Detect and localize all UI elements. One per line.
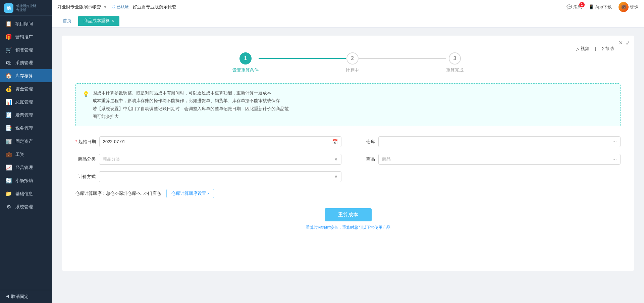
recalc-hint: 重算过程耗时较长，重算时您可以正常使用产品 xyxy=(306,225,390,230)
sidebar-item-label: 固定资产 xyxy=(15,138,33,144)
calendar-icon[interactable]: 📅 xyxy=(332,139,338,144)
close-window-button[interactable]: ✕ xyxy=(619,40,623,46)
verified-label: 已认证 xyxy=(117,4,129,10)
price-method-row: 计价方式 ∨ xyxy=(75,171,341,182)
active-tab-label: 商品成本重算 xyxy=(84,18,110,24)
account-selector[interactable]: 好业财专业版演示帐套 ▼ xyxy=(57,4,107,10)
step-line-1 xyxy=(259,58,346,59)
notice-line3: 若【系统设置】中启用了自动调整记账日期时，会调整入库单的整单记账日期，因此重新计… xyxy=(93,105,289,113)
warehouse-order-row: 仓库计算顺序：总仓->深圳仓库->...->门店仓 仓库计算顺序设置 › xyxy=(75,189,621,198)
sales-icon: 🛒 xyxy=(5,47,12,53)
step-1-circle: 1 xyxy=(239,52,252,64)
goods-select[interactable]: 商品 ··· xyxy=(378,154,621,165)
step-2: 2 计算中 xyxy=(346,52,359,73)
step-3-label: 重算完成 xyxy=(446,67,464,73)
topbar: 好业财专业版演示帐套 ▼ 🛡 已认证 好业财专业版演示帐套 💬 消息 1 📱 A… xyxy=(52,0,644,14)
tab-close-button[interactable]: × xyxy=(112,18,114,23)
sidebar-item-expense[interactable]: 🔄 小畅报销 xyxy=(0,174,52,187)
tab-home[interactable]: 首页 xyxy=(57,16,77,26)
notice-content: 因成本计算参数调整、或是对商品成本有疑问时，可以通过成本重算功能，重新计算一遍成… xyxy=(93,89,289,121)
tax-icon: 📑 xyxy=(5,125,12,131)
warehouse-order-settings-button[interactable]: 仓库计算顺序设置 › xyxy=(166,189,214,198)
tab-recalc[interactable]: 商品成本重算 × xyxy=(78,16,119,26)
start-date-label: 起始日期 xyxy=(75,139,96,145)
content-inner: ✕ ⤢ ▷ 视频 | ? 帮助 1 xyxy=(62,36,634,271)
goods-label: 商品 xyxy=(355,156,375,162)
step-1-label: 设置重算条件 xyxy=(232,67,259,73)
sidebar-item-basic[interactable]: 📁 基础信息 xyxy=(0,187,52,200)
sidebar-item-invoice[interactable]: 🧾 发票管理 xyxy=(0,109,52,122)
sidebar-item-finance[interactable]: 💰 资金管理 xyxy=(0,82,52,95)
sidebar: 畅 畅捷通好业财 专业版 📋 项目顾问 🎁 营销推广 🛒 销售管理 🛍 采购管理… xyxy=(0,0,52,303)
warehouse-order-label: 仓库计算顺序：总仓->深圳仓库->...->门店仓 xyxy=(75,190,161,197)
content-area: ✕ ⤢ ▷ 视频 | ? 帮助 1 xyxy=(52,28,644,303)
dropdown-icon: ▼ xyxy=(103,4,107,9)
sidebar-item-accounting[interactable]: 📊 总账管理 xyxy=(0,95,52,109)
category-placeholder: 商品分类 xyxy=(103,156,120,162)
system-icon: ⚙ xyxy=(5,204,12,210)
start-date-row: 起始日期 2022-07-01 📅 xyxy=(75,136,341,147)
sidebar-item-label: 工资 xyxy=(15,152,24,158)
bulb-icon: 💡 xyxy=(83,90,89,121)
expand-window-button[interactable]: ⤢ xyxy=(626,40,630,46)
app-download-button[interactable]: 📱 App下载 xyxy=(589,4,612,10)
chevron-right-icon: › xyxy=(208,191,209,196)
form-grid: 起始日期 2022-07-01 📅 仓库 ··· 商品分类 xyxy=(75,136,621,182)
sidebar-item-marketing[interactable]: 🎁 营销推广 xyxy=(0,30,52,43)
category-row: 商品分类 商品分类 ∨ xyxy=(75,154,341,165)
start-date-input[interactable]: 2022-07-01 📅 xyxy=(99,136,341,147)
sidebar-item-label: 项目顾问 xyxy=(15,21,33,27)
sidebar-item-label: 小畅报销 xyxy=(15,178,33,184)
goods-ellipsis-icon[interactable]: ··· xyxy=(612,156,617,162)
main-area: 好业财专业版演示帐套 ▼ 🛡 已认证 好业财专业版演示帐套 💬 消息 1 📱 A… xyxy=(52,0,644,303)
verified-badge: 🛡 已认证 xyxy=(111,4,129,10)
warehouse-row: 仓库 ··· xyxy=(355,136,621,147)
sidebar-pin-toggle[interactable]: ◀ 取消固定 xyxy=(0,290,52,303)
sidebar-item-sales[interactable]: 🛒 销售管理 xyxy=(0,43,52,56)
price-chevron-icon: ∨ xyxy=(334,174,338,179)
sidebar-item-label: 总账管理 xyxy=(15,99,33,105)
category-label: 商品分类 xyxy=(75,156,96,162)
start-date-value: 2022-07-01 xyxy=(103,139,125,144)
sidebar-item-tax[interactable]: 📑 税务管理 xyxy=(0,122,52,135)
notice-line2: 成本重算过程中，影响库存账的操作均不能操作，比如进货单、销货单、库存单据不能审核… xyxy=(93,97,289,104)
step-line-2 xyxy=(359,58,446,59)
sidebar-item-inventory[interactable]: 🏠 库存核算 xyxy=(0,69,52,82)
sidebar-item-label: 库存核算 xyxy=(15,73,33,79)
user-name: 珠珠 xyxy=(630,4,639,10)
recalc-button[interactable]: 重算成本 xyxy=(325,208,372,221)
sidebar-item-salary[interactable]: 💼 工资 xyxy=(0,148,52,161)
sidebar-item-operation[interactable]: 📈 经营管理 xyxy=(0,161,52,174)
sidebar-item-label: 税务管理 xyxy=(15,125,33,131)
app-download-label: App下载 xyxy=(595,4,612,10)
notice-box: 💡 因成本计算参数调整、或是对商品成本有疑问时，可以通过成本重算功能，重新计算一… xyxy=(75,83,621,126)
shield-icon: 🛡 xyxy=(111,5,115,9)
step-2-label: 计算中 xyxy=(346,67,359,73)
goods-row: 商品 商品 ··· xyxy=(355,154,621,165)
step-3: 3 重算完成 xyxy=(446,52,464,73)
message-icon: 💬 xyxy=(567,4,572,9)
steps-container: 1 设置重算条件 2 计算中 3 重算完成 xyxy=(75,46,621,83)
price-method-select[interactable]: ∨ xyxy=(99,171,341,182)
sidebar-item-label: 采购管理 xyxy=(15,60,33,66)
ellipsis-icon[interactable]: ··· xyxy=(612,139,617,145)
step-2-circle: 2 xyxy=(346,52,359,64)
accounting-icon: 📊 xyxy=(5,99,12,105)
home-tab-label: 首页 xyxy=(63,18,71,24)
category-select[interactable]: 商品分类 ∨ xyxy=(99,154,341,165)
sidebar-item-label: 经营管理 xyxy=(15,165,33,171)
sidebar-item-purchase[interactable]: 🛍 采购管理 xyxy=(0,56,52,69)
avatar: 🐻 xyxy=(619,2,629,12)
sidebar-item-project[interactable]: 📋 项目顾问 xyxy=(0,17,52,30)
sidebar-item-system[interactable]: ⚙ 系统管理 xyxy=(0,200,52,213)
logo-text: 畅捷通好业财 专业版 xyxy=(16,4,36,12)
sidebar-item-label: 资金管理 xyxy=(15,86,33,92)
warehouse-label: 仓库 xyxy=(355,139,375,145)
recalc-section: 重算成本 重算过程耗时较长，重算时您可以正常使用产品 xyxy=(75,208,621,230)
step-1: 1 设置重算条件 xyxy=(232,52,259,73)
warehouse-select[interactable]: ··· xyxy=(378,136,621,147)
sidebar-item-assets[interactable]: 🏢 固定资产 xyxy=(0,135,52,148)
user-avatar[interactable]: 🐻 珠珠 xyxy=(619,2,639,12)
message-button[interactable]: 💬 消息 1 xyxy=(567,4,582,10)
marketing-icon: 🎁 xyxy=(5,34,12,40)
